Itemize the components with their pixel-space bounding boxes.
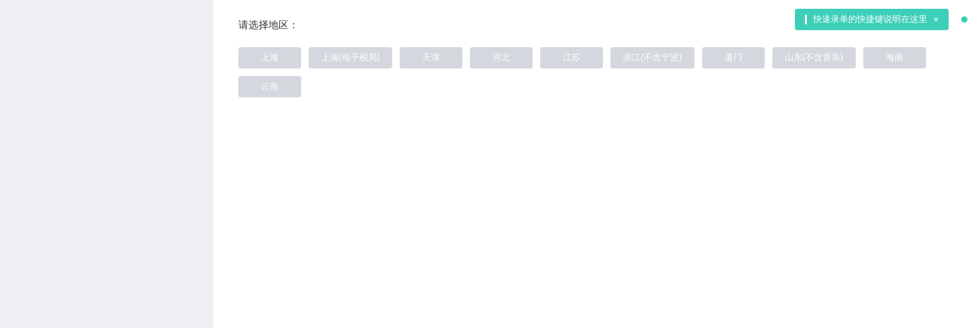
sidebar [0,0,213,328]
tooltip-close-button[interactable]: × [934,15,939,24]
main-content: 请选择地区： 上海上海(电子税局)天津河北江苏浙江(不含宁波)厦门山东(不含青岛… [213,0,980,328]
region-button[interactable]: 上海 [238,47,301,68]
region-button[interactable]: 山东(不含青岛) [772,47,856,68]
region-button[interactable]: 海南 [863,47,926,68]
region-button[interactable]: 江苏 [540,47,603,68]
tooltip-banner: 快速录单的快捷键说明在这里 × [795,9,949,30]
region-button[interactable]: 浙江(不含宁波) [610,47,694,68]
region-button[interactable]: 云南 [238,76,301,97]
region-button[interactable]: 厦门 [702,47,765,68]
region-button[interactable]: 上海(电子税局) [309,47,392,68]
region-button[interactable]: 河北 [470,47,533,68]
region-button[interactable]: 天津 [400,47,462,68]
region-buttons-container: 上海上海(电子税局)天津河北江苏浙江(不含宁波)厦门山东(不含青岛)海南云南 [238,47,955,97]
tooltip-indicator-dot [961,16,967,23]
tooltip-text: 快速录单的快捷键说明在这里 [813,14,927,25]
